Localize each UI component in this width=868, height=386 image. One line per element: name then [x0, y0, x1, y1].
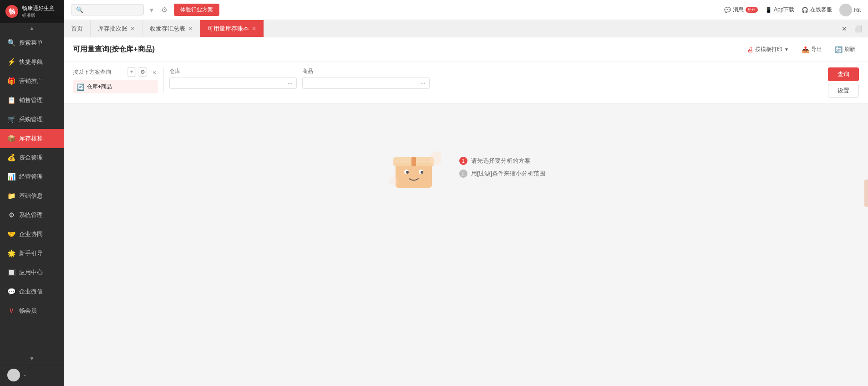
- sidebar-item-label: 企业微信: [19, 288, 43, 296]
- collapse-btn[interactable]: «: [151, 68, 158, 76]
- gear-icon[interactable]: ⚙: [159, 4, 169, 16]
- goods-input[interactable]: [306, 80, 417, 86]
- export-btn[interactable]: 📤 导出: [798, 44, 826, 55]
- tab-close-batch[interactable]: ✕: [130, 26, 135, 31]
- export-label: 导出: [811, 46, 822, 53]
- query-btn[interactable]: 查询: [828, 67, 859, 81]
- topbar-search-wrapper[interactable]: 🔍: [71, 4, 144, 15]
- sidebar-item-apps[interactable]: 🔲 应用中心: [0, 263, 64, 282]
- settings-btn[interactable]: 设置: [828, 84, 859, 98]
- tab-close-btn[interactable]: ✕: [838, 22, 851, 35]
- online-service-btn[interactable]: 🎧 在线客服: [802, 6, 832, 14]
- sidebar-item-label: 经营管理: [19, 173, 43, 181]
- warehouse-more-btn[interactable]: ···: [287, 79, 293, 87]
- sidebar-item-shortcut[interactable]: ⚡ 快捷导航: [0, 52, 64, 72]
- sidebar-scroll-down[interactable]: ▼: [0, 354, 64, 364]
- empty-illustration: [386, 140, 441, 195]
- goods-input-wrapper[interactable]: ···: [302, 77, 430, 89]
- tab-close-receipt[interactable]: ✕: [188, 26, 193, 31]
- filter-scheme-panel: 按以下方案查询 + ⚙ « 🔄 仓库+商品: [73, 67, 164, 93]
- sidebar-item-vip[interactable]: V 畅会员: [0, 301, 64, 320]
- sidebar-extra: ···: [24, 372, 28, 378]
- sidebar-item-label: 新手引导: [19, 249, 43, 257]
- filter-scheme-header: 按以下方案查询 + ⚙ «: [73, 67, 158, 77]
- sidebar-item-system[interactable]: ⚙ 系统管理: [0, 206, 64, 225]
- sidebar-item-wechat[interactable]: 💬 企业微信: [0, 282, 64, 301]
- vip-icon: V: [7, 307, 15, 314]
- tab-close-available[interactable]: ✕: [252, 26, 256, 31]
- hint-text-1: 请先选择要分析的方案: [471, 157, 530, 165]
- warehouse-input[interactable]: [173, 80, 284, 86]
- avatar: [7, 369, 20, 381]
- tab-home[interactable]: 首页: [64, 20, 91, 37]
- topbar-right: 💬 消息 99+ 📱 App下载 🎧 在线客服 Rit: [724, 4, 861, 16]
- logo-icon: 畅: [5, 5, 18, 18]
- app-download-label: App下载: [774, 6, 794, 14]
- sidebar-item-purchase[interactable]: 🛒 采购管理: [0, 110, 64, 129]
- empty-hints: 1 请先选择要分析的方案 2 用[过滤]条件来缩小分析范围: [459, 157, 545, 178]
- sidebar-item-operations[interactable]: 📊 经营管理: [0, 167, 64, 186]
- svg-point-8: [389, 176, 398, 185]
- right-scroll-indicator: [864, 180, 868, 207]
- enterprise-icon: 🤝: [7, 230, 15, 238]
- print-icon: 🖨: [747, 46, 753, 53]
- svg-point-6: [421, 171, 423, 174]
- basic-info-icon: 📁: [7, 192, 15, 200]
- sidebar-user-area[interactable]: ···: [0, 364, 64, 386]
- marketing-icon: 🎁: [7, 77, 15, 85]
- svg-point-5: [406, 171, 409, 174]
- sidebar-item-label: 销售管理: [19, 96, 43, 104]
- search-icon: 🔍: [7, 39, 15, 47]
- print-btn[interactable]: 🖨 按模板打印 ▼: [743, 44, 792, 55]
- empty-svg: [386, 140, 441, 195]
- tabbar: 首页 库存批次账 ✕ 收发存汇总表 ✕ 可用量库存账本 ✕ ✕ ⬜: [64, 20, 868, 37]
- hint-num-2: 2: [459, 170, 467, 178]
- headset-icon: 🎧: [802, 7, 808, 13]
- finance-icon: 💰: [7, 154, 15, 162]
- sidebar-item-marketing[interactable]: 🎁 营销推广: [0, 72, 64, 91]
- sidebar-item-label: 资金管理: [19, 154, 43, 162]
- tab-receipt-summary[interactable]: 收发存汇总表 ✕: [142, 20, 200, 37]
- trial-btn[interactable]: 体验行业方案: [174, 4, 219, 16]
- message-label: 消息: [733, 6, 744, 14]
- tab-available-ledger[interactable]: 可用量库存账本 ✕: [200, 20, 264, 37]
- logo-sub: 标准版: [22, 12, 55, 19]
- topbar: 🔍 ▼ ⚙ 体验行业方案 💬 消息 99+ 📱 App下载 🎧 在线客服 Rit: [64, 0, 868, 20]
- goods-more-btn[interactable]: ···: [420, 79, 426, 87]
- sidebar-item-label: 畅会员: [19, 307, 37, 315]
- refresh-label: 刷新: [844, 46, 855, 53]
- message-btn[interactable]: 💬 消息 99+: [724, 6, 758, 14]
- sidebar-item-label: 基础信息: [19, 192, 43, 200]
- sidebar-item-finance[interactable]: 💰 资金管理: [0, 148, 64, 167]
- onboarding-icon: 🌟: [7, 249, 15, 257]
- sidebar: 畅 畅康通好生意 标准版 ▲ 🔍 搜索菜单 ⚡ 快捷导航 🎁 营销推广 📋 销售…: [0, 0, 64, 386]
- sidebar-item-basic-info[interactable]: 📁 基础信息: [0, 186, 64, 206]
- sidebar-scroll-up[interactable]: ▲: [0, 23, 64, 33]
- tab-maximize-btn[interactable]: ⬜: [852, 22, 864, 35]
- scheme-label: 按以下方案查询: [73, 68, 111, 76]
- warehouse-input-wrapper[interactable]: ···: [169, 77, 297, 89]
- manage-scheme-btn[interactable]: ⚙: [138, 67, 147, 77]
- sidebar-item-sales[interactable]: 📋 销售管理: [0, 91, 64, 110]
- dropdown-icon[interactable]: ▼: [148, 6, 155, 14]
- dropdown-chevron[interactable]: ▼: [784, 47, 789, 52]
- scheme-warehouse-goods[interactable]: 🔄 仓库+商品: [73, 80, 158, 93]
- sidebar-item-search[interactable]: 🔍 搜索菜单: [0, 33, 64, 52]
- logo-title: 畅康通好生意: [22, 5, 55, 12]
- user-area[interactable]: Rit: [839, 4, 861, 16]
- search-input[interactable]: [86, 7, 139, 13]
- refresh-btn[interactable]: 🔄 刷新: [831, 44, 859, 55]
- sidebar-item-onboarding[interactable]: 🌟 新手引导: [0, 244, 64, 263]
- sidebar-item-inventory[interactable]: 📦 库存核算: [0, 129, 64, 148]
- add-scheme-btn[interactable]: +: [127, 67, 136, 77]
- tab-batch-account[interactable]: 库存批次账 ✕: [91, 20, 142, 37]
- sidebar-scroll-area: 🔍 搜索菜单 ⚡ 快捷导航 🎁 营销推广 📋 销售管理 🛒 采购管理 📦 库存核…: [0, 33, 64, 354]
- search-icon: 🔍: [76, 6, 83, 13]
- empty-hint-2: 2 用[过滤]条件来缩小分析范围: [459, 170, 545, 178]
- sidebar-item-enterprise[interactable]: 🤝 企业协同: [0, 225, 64, 244]
- app-download-btn[interactable]: 📱 App下载: [765, 6, 794, 14]
- user-name: Rit: [854, 7, 861, 13]
- system-icon: ⚙: [7, 211, 15, 219]
- page-header: 可用量查询(按仓库+商品) 🖨 按模板打印 ▼ 📤 导出 🔄 刷新: [64, 37, 868, 62]
- message-badge: 99+: [746, 7, 758, 13]
